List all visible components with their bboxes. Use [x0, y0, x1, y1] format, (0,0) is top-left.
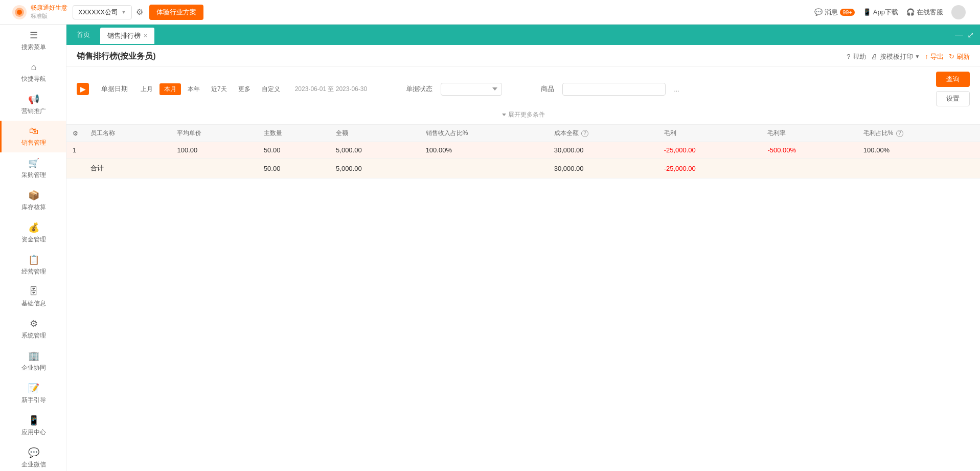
sidebar-item-search[interactable]: ☰ 搜索菜单 [0, 25, 66, 57]
trial-button[interactable]: 体验行业方案 [149, 5, 203, 20]
th-avg-price: 平均单价 [171, 125, 257, 142]
sidebar-label-quick: 快捷导航 [21, 75, 46, 83]
top-bar-right: 💬 消息 99+ 📱 App下载 🎧 在线客服 [814, 5, 974, 19]
gross-pct-help-icon[interactable]: ? [896, 130, 903, 137]
refresh-button[interactable]: ↻ 刷新 [949, 52, 970, 61]
sidebar-item-purchase[interactable]: 🛒 采购管理 [0, 152, 66, 185]
tab-restore-icon[interactable]: ⤢ [967, 30, 974, 40]
footer-label [66, 159, 84, 178]
table-settings-icon[interactable]: ⚙ [73, 130, 78, 137]
main-area: ☰ 搜索菜单 ⌂ 快捷导航 📢 营销推广 🛍 销售管理 🛒 采购管理 📦 库 [0, 25, 980, 471]
cell-qty: 50.00 [258, 142, 330, 159]
sidebar-item-sales[interactable]: 🛍 销售管理 [0, 121, 66, 152]
th-amount: 全额 [330, 125, 420, 142]
search-menu-icon: ☰ [30, 30, 38, 41]
cost-help-icon[interactable]: ? [581, 130, 588, 137]
brand: 畅康通好生意 标准版 [6, 4, 73, 20]
sidebar-item-guide[interactable]: 📝 新手引导 [0, 377, 66, 410]
base-icon: 🗄 [29, 286, 38, 297]
support-button[interactable]: 🎧 在线客服 [906, 8, 943, 17]
sidebar-item-quick[interactable]: ⌂ 快捷导航 [0, 57, 66, 88]
tab-home[interactable]: 首页 [69, 25, 98, 45]
date-tabs: 上月 本月 本年 近7天 更多 自定义 [136, 83, 285, 95]
expand-row: 展开更多条件 [77, 110, 970, 119]
sidebar-label-inventory: 库存核算 [21, 203, 46, 212]
sidebar-label-system: 系统管理 [21, 331, 46, 340]
chevron-down-icon: ▼ [121, 9, 126, 15]
export-button[interactable]: ↑ 导出 [925, 52, 944, 61]
expand-conditions-btn[interactable]: 展开更多条件 [502, 110, 545, 119]
export-label: 导出 [930, 52, 944, 61]
footer-amount: 5,000.00 [330, 159, 420, 178]
status-filter-select[interactable] [441, 83, 502, 96]
sidebar-item-inventory[interactable]: 📦 库存核算 [0, 185, 66, 217]
sidebar-label-finance: 资金管理 [21, 235, 46, 244]
date-tab-custom[interactable]: 自定义 [257, 83, 285, 95]
sidebar-label-search: 搜索菜单 [21, 43, 46, 52]
sidebar-label-wechat: 企业微信 [21, 460, 46, 469]
cell-gross-pct: 100.00% [857, 142, 980, 159]
tab-minimize-icon[interactable]: — [955, 30, 963, 39]
sidebar-item-enterprise[interactable]: 🏢 企业协同 [0, 345, 66, 377]
avatar[interactable] [951, 5, 966, 19]
table-container: ⚙ 员工名称 平均单价 主数量 全额 销售收入占比% 成本全额 ? 毛 [66, 125, 980, 471]
message-icon: 💬 [814, 8, 823, 16]
settings-icon[interactable]: ⚙ [136, 7, 143, 17]
table-header-row: ⚙ 员工名称 平均单价 主数量 全额 销售收入占比% 成本全额 ? 毛 [66, 125, 980, 142]
refresh-label: 刷新 [956, 52, 970, 61]
cell-name [84, 142, 171, 159]
company-name: XXXXXX公司 [78, 8, 118, 17]
date-tab-last-month[interactable]: 上月 [136, 83, 157, 95]
th-gross-pct: 毛利占比% ? [857, 125, 980, 142]
message-button[interactable]: 💬 消息 99+ [814, 8, 855, 17]
page-content: 销售排行榜(按业务员) ? 帮助 🖨 按模板打印 ▼ ↑ [66, 45, 980, 471]
filter-toggle-btn[interactable]: ▶ [77, 83, 89, 95]
sidebar-label-base: 基础信息 [21, 299, 46, 308]
tab-sales-ranking[interactable]: 销售排行榜 × [100, 28, 154, 44]
footer-total-label: 合计 [84, 159, 171, 178]
more-filters-link[interactable]: ... [674, 85, 679, 93]
sidebar-item-apps[interactable]: 📱 应用中心 [0, 410, 66, 442]
date-tab-year[interactable]: 本年 [183, 83, 204, 95]
tab-close-icon[interactable]: × [144, 32, 147, 39]
expand-label: 展开更多条件 [508, 110, 545, 119]
settings-button[interactable]: 设置 [936, 91, 970, 106]
tab-bar: 首页 销售排行榜 × — ⤢ [66, 25, 980, 45]
sidebar-item-system[interactable]: ⚙ 系统管理 [0, 313, 66, 345]
sidebar-item-wechat[interactable]: 💬 企业微信 [0, 442, 66, 471]
date-tab-more[interactable]: 更多 [234, 83, 255, 95]
goods-filter-input[interactable] [562, 83, 666, 96]
cell-avg-price: 100.00 [171, 142, 257, 159]
content-area: 首页 销售排行榜 × — ⤢ 销售排行榜(按业务员) ? [66, 25, 980, 471]
date-tab-current-month[interactable]: 本月 [159, 83, 181, 95]
cell-cost: 30,000.00 [548, 142, 658, 159]
data-table: ⚙ 员工名称 平均单价 主数量 全额 销售收入占比% 成本全额 ? 毛 [66, 125, 980, 178]
company-selector[interactable]: XXXXXX公司 ▼ [73, 5, 132, 19]
export-icon: ↑ [925, 53, 929, 60]
sidebar-item-marketing[interactable]: 📢 营销推广 [0, 88, 66, 121]
app-icon: 📱 [863, 8, 871, 16]
query-button[interactable]: 查询 [936, 72, 970, 87]
sidebar-item-finance[interactable]: 💰 资金管理 [0, 217, 66, 249]
brand-name: 畅康通好生意 [31, 4, 67, 12]
enterprise-icon: 🏢 [28, 350, 39, 362]
guide-icon: 📝 [28, 383, 39, 394]
tab-bar-right: — ⤢ [955, 30, 978, 40]
print-label: 按模板打印 [880, 52, 913, 61]
cell-rank: 1 [66, 142, 84, 159]
app-download-button[interactable]: 📱 App下载 [863, 8, 898, 17]
headset-icon: 🎧 [906, 8, 915, 16]
sales-icon: 🛍 [29, 126, 38, 137]
filter-area: ▶ 单据日期 上月 本月 本年 近7天 更多 自定义 2023-06-01 至 … [66, 66, 980, 125]
cell-sales-pct: 100.00% [420, 142, 548, 159]
date-tab-7days[interactable]: 近7天 [207, 83, 232, 95]
svg-point-2 [17, 10, 22, 15]
footer-avg [171, 159, 257, 178]
print-button[interactable]: 🖨 按模板打印 ▼ [871, 52, 920, 61]
help-button[interactable]: ? 帮助 [847, 52, 865, 61]
sidebar-item-base[interactable]: 🗄 基础信息 [0, 281, 66, 313]
footer-cost: 30,000.00 [548, 159, 658, 178]
sidebar-item-operation[interactable]: 📋 经营管理 [0, 249, 66, 281]
th-name: 员工名称 [84, 125, 171, 142]
apps-icon: 📱 [28, 415, 39, 426]
